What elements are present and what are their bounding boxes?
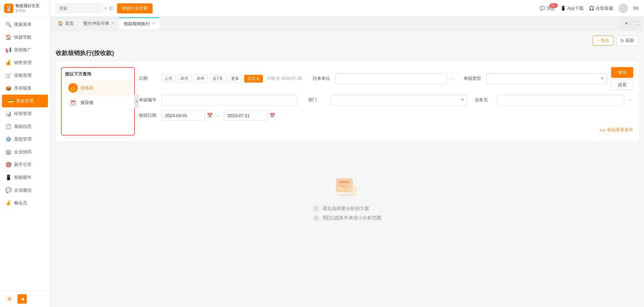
tab-receipt-verify-label: 收款核销执行 — [124, 21, 150, 27]
tab-close-all-button[interactable]: ✕ — [622, 19, 631, 28]
date-custom-button[interactable]: 自定义 — [244, 75, 263, 83]
tab-receipt-verify-close[interactable]: ✕ — [152, 21, 155, 26]
tab-bar: 🏠 首页 预付冲应付单 ✕ 收款核销执行 ✕ ✕ ⛶ — [50, 17, 644, 30]
member-icon: ✌️ — [5, 200, 11, 206]
sidebar-item-wechat[interactable]: 💬 企业微信 — [0, 184, 50, 197]
receivable-option-icon: ⏰ — [68, 98, 78, 107]
dept-label: 部门 — [308, 97, 327, 103]
date-range-text: 不限 至 2023-07-26 — [267, 76, 302, 82]
industry-solution-button[interactable]: 体验行业方案 — [117, 3, 153, 13]
sidebar-item-member[interactable]: ✌️ 畅会员 — [0, 197, 50, 209]
sidebar-item-search-menu[interactable]: 🔍 搜索菜单 — [0, 18, 50, 31]
staff-label: 业务员 — [475, 97, 493, 103]
sidebar-item-system[interactable]: ⚙️ 系统管理 — [0, 133, 50, 146]
sidebar-item-guide[interactable]: 🎯 新手引导 — [0, 158, 50, 171]
tab-prepay-label: 预付冲应付单 — [83, 20, 109, 27]
sidebar-label-hardware: 智能硬件 — [14, 174, 32, 181]
sidebar-label-sales: 销售管理 — [14, 60, 32, 66]
quick-nav-icon: 🏠 — [5, 34, 11, 40]
filter-option-by-receivable[interactable]: ⏰ 按应收 — [65, 95, 131, 110]
sidebar-item-operation[interactable]: 📊 经营管理 — [0, 107, 50, 120]
filter-left-panel: 按以下方查询 💰 按收款 ⏰ 按应收 ≫ — [61, 67, 135, 136]
sidebar-item-capital[interactable]: 💳 资金管理 — [2, 95, 48, 107]
header-chevron-icon[interactable]: ▾ — [105, 6, 107, 11]
sidebar-label-member: 畅会员 — [14, 200, 27, 206]
sidebar-item-hardware[interactable]: 📱 智能硬件 — [0, 171, 50, 184]
tab-home[interactable]: 🏠 首页 — [53, 18, 78, 29]
staff-input[interactable] — [497, 95, 624, 105]
doc-no-label: 单据编号 — [139, 97, 157, 103]
empty-tip-2: 2 用[过滤]条件来缩小分析范围 — [313, 215, 381, 221]
export-icon: ↑ — [597, 38, 599, 43]
date-last-month-button[interactable]: 上月 — [161, 74, 175, 83]
header-search-area: ▾ ⚙ — [56, 4, 113, 13]
doc-type-select[interactable] — [486, 73, 607, 84]
tab-receipt-verify[interactable]: 收款核销执行 ✕ — [119, 17, 160, 30]
date-this-year-button[interactable]: 本年 — [194, 74, 208, 83]
receipt-option-label: 按收款 — [80, 85, 94, 91]
doc-no-input[interactable] — [161, 95, 298, 105]
sidebar-item-enterprise[interactable]: 🏢 企业协同 — [0, 146, 50, 158]
doc-type-label: 单据类型 — [464, 75, 482, 82]
tab-prepay-close[interactable]: ✕ — [111, 21, 114, 25]
verify-date-start-input[interactable] — [161, 110, 205, 121]
filter-layout: 按以下方查询 💰 按收款 ⏰ 按应收 ≫ 日期 — [61, 67, 633, 136]
sales-icon: 💰 — [5, 60, 11, 66]
date-more-button[interactable]: 更多 — [228, 74, 242, 83]
tab-fullscreen-button[interactable]: ⛶ — [633, 19, 641, 28]
empty-illustration — [330, 172, 364, 199]
svg-point-4 — [338, 186, 342, 190]
verify-date-end-calendar-icon[interactable]: 📅 — [269, 113, 275, 118]
sidebar-label-inventory: 库存核算 — [14, 85, 32, 91]
app-download-label: App下载 — [567, 5, 584, 11]
inventory-icon: 📦 — [5, 85, 11, 91]
empty-tip-1-text: 请先选择要分析的方案 — [322, 206, 369, 212]
tab-prepay[interactable]: 预付冲应付单 ✕ — [78, 18, 119, 29]
message-button[interactable]: 💬 消息 99+ — [540, 5, 555, 11]
sidebar-item-purchase[interactable]: 🛒 采购管理 — [0, 69, 50, 82]
empty-tip-2-text: 用[过滤]条件来缩小分析范围 — [322, 215, 381, 221]
export-button[interactable]: ↑ 导出 — [593, 36, 614, 46]
collapse-more-label: 收起更多条件 — [607, 127, 633, 133]
empty-state: 1 请先选择要分析的方案 2 用[过滤]条件来缩小分析范围 — [56, 145, 639, 248]
online-service-button[interactable]: 🎧 在线客服 — [589, 5, 613, 11]
query-button[interactable]: 查询 — [611, 67, 633, 78]
app-download-button[interactable]: 📱 App下载 — [560, 5, 584, 11]
sidebar-item-sales[interactable]: 💰 销售管理 — [0, 56, 50, 69]
refresh-label: 刷新 — [626, 38, 634, 44]
header-gear-icon[interactable]: ⚙ — [109, 5, 113, 11]
counterpart-input[interactable] — [335, 73, 447, 84]
filter-option-by-receipt[interactable]: 💰 按收款 — [65, 81, 131, 95]
date-7days-button[interactable]: 近7天 — [210, 74, 226, 83]
sidebar-item-quick-nav[interactable]: 🏠 快捷导航 — [0, 31, 50, 44]
sidebar-label-operation: 经营管理 — [14, 111, 32, 117]
sidebar-settings-btn[interactable]: ⚙ — [5, 294, 14, 304]
refresh-button[interactable]: ↻ 刷新 — [616, 36, 639, 46]
sidebar-item-inventory[interactable]: 📦 库存核算 — [0, 82, 50, 95]
filter-panel-collapse-button[interactable]: ≫ — [134, 95, 139, 108]
counterpart-ellipsis-icon[interactable]: ··· — [449, 75, 456, 82]
collapse-chevron-icon: ∧∧ — [599, 127, 606, 133]
sidebar-nav: 🔍 搜索菜单 🏠 快捷导航 📢 营销推广 💰 销售管理 🛒 采购管理 📦 库存核… — [0, 17, 50, 291]
filter-row-2: 单据编号 部门 业务员 ··· — [139, 95, 633, 105]
sidebar-item-basic-info[interactable]: 📋 基础信息 — [0, 120, 50, 133]
verify-date-label: 核销日期 — [139, 112, 157, 118]
staff-input-group: ··· — [497, 95, 633, 105]
doc-type-select-group — [486, 73, 607, 84]
svg-point-3 — [348, 185, 357, 194]
verify-date-start-calendar-icon[interactable]: 📅 — [207, 113, 213, 118]
header-search-input[interactable] — [56, 4, 103, 13]
page-top-actions: ↑ 导出 ↻ 刷新 — [56, 36, 639, 46]
sidebar-item-marketing[interactable]: 📢 营销推广 — [0, 44, 50, 56]
verify-date-end-input[interactable] — [224, 110, 267, 121]
system-icon: ⚙️ — [5, 136, 11, 142]
date-this-month-button[interactable]: 本月 — [177, 74, 192, 83]
sidebar-collapse-button[interactable]: ◀ — [17, 294, 27, 304]
sidebar-label-guide: 新手引导 — [14, 162, 32, 168]
staff-ellipsis-icon[interactable]: ··· — [626, 97, 633, 103]
collapse-more-button[interactable]: ∧∧ 收起更多条件 — [139, 125, 633, 136]
user-name[interactable]: Rit — [633, 6, 639, 11]
setting-button[interactable]: 设置 — [611, 80, 633, 90]
filter-right-form: 日期 上月 本月 本年 近7天 更多 自定义 不限 至 2023-07-26 往… — [139, 67, 633, 136]
dept-select[interactable] — [331, 95, 467, 105]
